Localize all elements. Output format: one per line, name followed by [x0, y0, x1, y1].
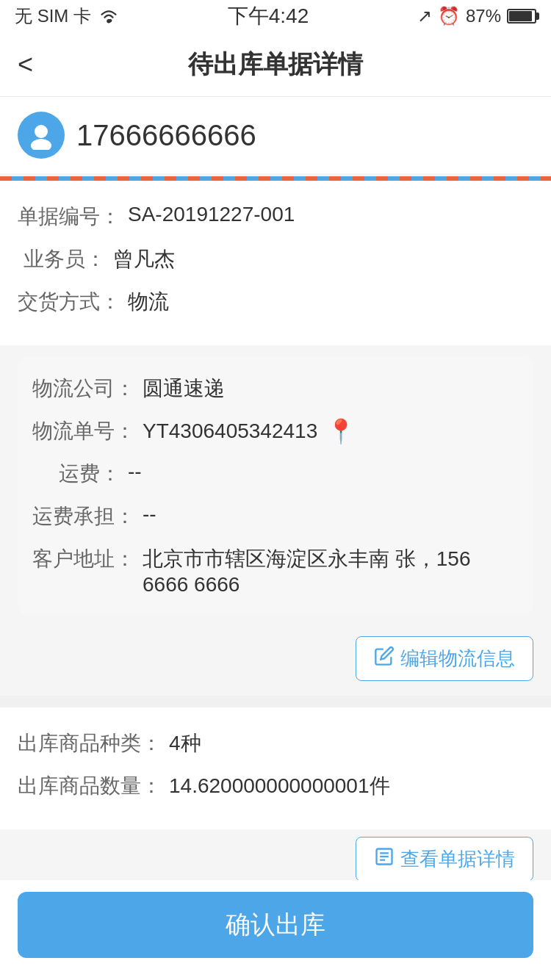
- freight-label: 运费：: [32, 460, 120, 488]
- view-details-label: 查看单据详情: [400, 846, 515, 872]
- freight-row: 运费： --: [32, 460, 519, 488]
- view-details-button[interactable]: 查看单据详情: [356, 837, 533, 882]
- logistics-tracking-value: YT43064053424​13 📍: [135, 417, 519, 445]
- battery-icon: [507, 9, 536, 24]
- logistics-company-row: 物流公司： 圆通速递: [32, 375, 519, 403]
- delivery-row: 交货方式： 物流: [18, 288, 533, 316]
- nav-bar: < 待出库单据详情: [0, 32, 551, 97]
- avatar: [18, 112, 65, 159]
- freight-bear-label: 运费承担：: [32, 502, 135, 530]
- goods-section: 出库商品种类： 4种 出库商品数量： 14.620000000000001件: [0, 707, 551, 829]
- logistics-company-value: 圆通速递: [135, 375, 519, 403]
- list-icon: [374, 846, 395, 872]
- status-left: 无 SIM 卡: [15, 4, 119, 28]
- goods-quantity-value: 14.620000000000001件: [162, 772, 390, 800]
- customer-phone: 17666666666: [76, 119, 256, 152]
- salesman-row: 业务员： 曾凡杰: [18, 245, 533, 273]
- svg-point-2: [31, 139, 51, 150]
- order-number-value: SA-20191227-001: [120, 203, 533, 226]
- status-right: ↗ ⏰ 87%: [417, 6, 536, 26]
- svg-point-0: [107, 19, 111, 24]
- order-info-section: 单据编号： SA-20191227-001 业务员： 曾凡杰 交货方式： 物流: [0, 181, 551, 345]
- logistics-tracking-row: 物流单号： YT43064053424​13 📍: [32, 417, 519, 445]
- edit-logistics-label: 编辑物流信息: [400, 646, 515, 671]
- alarm-icon: ⏰: [438, 6, 460, 26]
- goods-quantity-row: 出库商品数量： 14.620000000000001件: [18, 772, 533, 800]
- logistics-company-label: 物流公司：: [32, 375, 135, 403]
- location-status-icon: ↗: [417, 6, 432, 26]
- status-bar: 无 SIM 卡 下午4:42 ↗ ⏰ 87%: [0, 0, 551, 32]
- edit-logistics-button[interactable]: 编辑物流信息: [356, 636, 533, 681]
- delivery-value: 物流: [120, 288, 533, 316]
- edit-icon: [374, 646, 395, 671]
- gray-divider: [0, 696, 551, 707]
- order-number-row: 单据编号： SA-20191227-001: [18, 203, 533, 231]
- carrier-text: 无 SIM 卡: [15, 4, 91, 28]
- freight-bear-value: --: [135, 502, 519, 526]
- bottom-area: 确认出库: [0, 880, 551, 980]
- delivery-label: 交货方式：: [18, 288, 120, 316]
- goods-types-value: 4种: [162, 729, 201, 757]
- status-time: 下午4:42: [228, 2, 309, 30]
- confirm-button[interactable]: 确认出库: [18, 892, 533, 958]
- customer-header: 17666666666: [0, 97, 551, 173]
- confirm-label: 确认出库: [226, 908, 325, 942]
- page-title: 待出库单据详情: [188, 48, 363, 82]
- goods-types-label: 出库商品种类：: [18, 729, 162, 757]
- logistics-card: 物流公司： 圆通速递 物流单号： YT43064053424​13 📍 运费： …: [18, 357, 533, 614]
- freight-bear-row: 运费承担： --: [32, 502, 519, 530]
- address-value: 北京市市辖区海淀区永丰南 张，156 6666 6666: [135, 545, 519, 597]
- freight-value: --: [120, 460, 519, 483]
- logistics-tracking-label: 物流单号：: [32, 417, 135, 445]
- salesman-label: 业务员：: [18, 245, 106, 273]
- goods-types-row: 出库商品种类： 4种: [18, 729, 533, 757]
- address-label: 客户地址：: [32, 545, 135, 573]
- address-row: 客户地址： 北京市市辖区海淀区永丰南 张，156 6666 6666: [32, 545, 519, 597]
- edit-btn-container: 编辑物流信息: [0, 629, 551, 696]
- order-number-label: 单据编号：: [18, 203, 120, 231]
- wifi-icon: [98, 9, 119, 24]
- salesman-value: 曾凡杰: [106, 245, 533, 273]
- svg-point-1: [35, 125, 48, 138]
- map-pin-icon[interactable]: 📍: [326, 417, 356, 445]
- back-button[interactable]: <: [18, 49, 33, 80]
- user-icon: [26, 120, 56, 150]
- goods-quantity-label: 出库商品数量：: [18, 772, 162, 800]
- battery-text: 87%: [466, 6, 501, 26]
